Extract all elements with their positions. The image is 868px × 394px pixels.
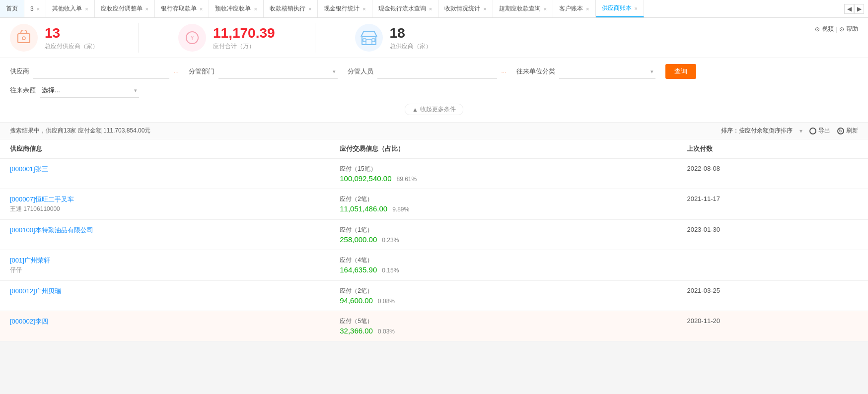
close-tab-other-income-icon[interactable]: ×	[85, 6, 88, 12]
tx-amount[interactable]: 94,600.00	[340, 296, 373, 305]
close-tab-cash-bank-stat-icon[interactable]: ×	[362, 6, 365, 12]
category-label: 往来单位分类	[516, 67, 555, 76]
last-payment-date: 2022-08-08	[687, 165, 720, 172]
tx-info-cell: 应付（15笔）100,092,540.0089.61%	[330, 159, 677, 189]
help-link[interactable]: 帮助	[846, 25, 858, 33]
supplier-link[interactable]: [000012]广州贝瑞	[10, 287, 61, 295]
supplier-info-cell: [000001]张三	[0, 159, 330, 189]
video-link[interactable]: 视频	[822, 25, 834, 33]
tx-percent: 0.08%	[378, 298, 395, 305]
export-label: 导出	[818, 127, 830, 135]
supplier-link[interactable]: [000002]李四	[10, 318, 48, 325]
dept-select-wrapper: ▾	[218, 64, 338, 79]
sort-chevron-icon: ▾	[799, 128, 802, 134]
person-input[interactable]	[377, 64, 497, 79]
table-row: [000100]本特勤油品有限公司应付（1笔）258,000.000.23%20…	[0, 220, 868, 250]
close-tab-ar-adjust-icon[interactable]: ×	[145, 6, 148, 12]
nav-left-arrow[interactable]: ◀	[844, 4, 854, 14]
last-payment-cell: 2020-11-20	[677, 311, 868, 341]
supplier-label: 供应商	[10, 67, 29, 76]
nav-tab-bank-deposit[interactable]: 银行存取款单 ×	[155, 0, 209, 17]
result-summary: 搜索结果中，供应商13家 应付金额 111,703,854.00元	[10, 127, 150, 135]
nav-tab-supplier-ledger[interactable]: 供应商账本 ×	[596, 0, 644, 17]
close-tab-customer-ledger-icon[interactable]: ×	[586, 6, 589, 12]
close-tab-bank-deposit-icon[interactable]: ×	[200, 6, 203, 12]
supplier-info-cell: [000002]李四	[0, 311, 330, 341]
person-more-icon[interactable]: ···	[501, 68, 506, 75]
tx-amount[interactable]: 100,092,540.00	[340, 174, 391, 183]
nav-right-arrow[interactable]: ▶	[854, 4, 864, 14]
collapse-up-icon: ▲	[412, 106, 418, 113]
nav-tab-cash-flow-query[interactable]: 现金银行流水查询 ×	[372, 0, 438, 17]
nav-tab-prepay-ar[interactable]: 预收冲应收单 ×	[209, 0, 263, 17]
close-tab-overdue-query-icon[interactable]: ×	[544, 6, 547, 12]
nav-tab-other-income[interactable]: 其他收入单 ×	[46, 0, 94, 17]
tx-percent: 0.23%	[382, 237, 399, 244]
supplier-link[interactable]: [001]广州荣轩	[10, 257, 50, 264]
close-tab-collect-stat-icon[interactable]: ×	[483, 6, 486, 12]
svg-rect-7	[372, 39, 375, 42]
nav-tab-cash-bank-stat[interactable]: 现金银行统计 ×	[318, 0, 372, 17]
filter-row-1: 供应商 ··· 分管部门 ▾ 分管人员 ··· 往来单位分类	[10, 64, 858, 79]
table-row: [000002]李四应付（5笔）32,366.000.03%2020-11-20	[0, 311, 868, 341]
tx-percent: 9.89%	[392, 206, 409, 213]
last-payment-date: 2023-01-30	[687, 226, 720, 233]
sort-label[interactable]: 排序：按应付余额倒序排序	[721, 127, 793, 135]
close-tab-3-icon[interactable]: ×	[37, 6, 40, 12]
collapse-row: ▲ 收起更多条件	[10, 102, 858, 118]
refresh-action[interactable]: ↻ 刷新	[837, 127, 858, 135]
export-action[interactable]: 导出	[809, 127, 830, 135]
supplier-link[interactable]: [000001]张三	[10, 165, 48, 173]
collapse-button[interactable]: ▲ 收起更多条件	[405, 104, 463, 115]
last-payment-date: 2021-03-25	[687, 287, 720, 294]
close-tab-supplier-ledger-icon[interactable]: ×	[635, 5, 638, 11]
supplier-info-cell: [001]广州荣轩仔仔	[0, 250, 330, 281]
tx-label: 应付（2笔）	[340, 195, 667, 203]
summary-card-payable: ¥ 11,170.39 应付合计（万）	[178, 24, 275, 52]
svg-rect-5	[366, 40, 372, 45]
table-row: [000012]广州贝瑞应付（2笔）94,600.000.08%2021-03-…	[0, 281, 868, 311]
tx-percent: 89.61%	[397, 176, 417, 183]
tx-amount[interactable]: 164,635.90	[340, 265, 377, 274]
tx-info-cell: 应付（1笔）258,000.000.23%	[330, 220, 677, 250]
supplier-more-icon[interactable]: ···	[173, 68, 179, 75]
tx-amount[interactable]: 32,366.00	[340, 327, 373, 335]
nav-tab-collect-stat[interactable]: 收款情况统计 ×	[438, 0, 493, 17]
right-actions: 排序：按应付余额倒序排序 ▾ 导出 ↻ 刷新	[721, 127, 858, 135]
search-button[interactable]: 查询	[665, 64, 696, 79]
nav-arrows: ◀ ▶	[840, 4, 868, 14]
filter-area: 供应商 ··· 分管部门 ▾ 分管人员 ··· 往来单位分类	[0, 58, 868, 123]
nav-tab-overdue-query[interactable]: 超期应收款查询 ×	[493, 0, 553, 17]
tx-amount[interactable]: 258,000.00	[340, 235, 377, 244]
summary-card-suppliers: 13 总应付供应商（家）	[10, 24, 98, 52]
table-header-row: 供应商信息 应付交易信息（占比） 上次付数	[0, 139, 868, 159]
table-row: [001]广州荣轩仔仔应付（4笔）164,635.900.15%	[0, 250, 868, 281]
tx-info-cell: 应付（2笔）94,600.000.08%	[330, 281, 677, 311]
person-label: 分管人员	[348, 67, 373, 76]
close-tab-prepay-ar-icon[interactable]: ×	[254, 6, 257, 12]
tx-info-cell: 应付（2笔）11,051,486.009.89%	[330, 189, 677, 220]
close-tab-collect-verify-icon[interactable]: ×	[308, 6, 311, 12]
nav-tab-customer-ledger[interactable]: 客户账本 ×	[553, 0, 595, 17]
tx-label: 应付（1笔）	[340, 226, 667, 234]
balance-select[interactable]: 选择...	[40, 83, 139, 98]
col-last-payment: 上次付数	[677, 139, 868, 159]
supplier-sub-info: 王通 17106110000	[10, 205, 320, 213]
filter-supplier: 供应商 ···	[10, 64, 179, 79]
close-tab-cash-flow-query-icon[interactable]: ×	[429, 6, 432, 12]
supplier-input[interactable]	[33, 64, 169, 79]
help-icon: ⊙	[839, 26, 844, 33]
tx-amount[interactable]: 11,051,486.00	[340, 204, 387, 213]
filter-row-2: 往来余额 选择... ▾	[10, 83, 858, 98]
nav-tab-collect-verify[interactable]: 收款核销执行 ×	[264, 0, 318, 17]
table-row: [000007]恒旺二手叉车王通 17106110000应付（2笔）11,051…	[0, 189, 868, 220]
last-payment-cell: 2021-03-25	[677, 281, 868, 311]
dept-select[interactable]	[218, 64, 338, 79]
nav-tab-ar-adjust[interactable]: 应收应付调整单 ×	[95, 0, 155, 17]
category-select[interactable]	[559, 64, 655, 79]
nav-tab-home[interactable]: 首页	[0, 0, 24, 17]
tx-percent: 0.03%	[378, 328, 395, 335]
nav-tab-3[interactable]: 3 ×	[24, 0, 46, 17]
supplier-link[interactable]: [000007]恒旺二手叉车	[10, 196, 74, 203]
supplier-link[interactable]: [000100]本特勤油品有限公司	[10, 226, 93, 234]
